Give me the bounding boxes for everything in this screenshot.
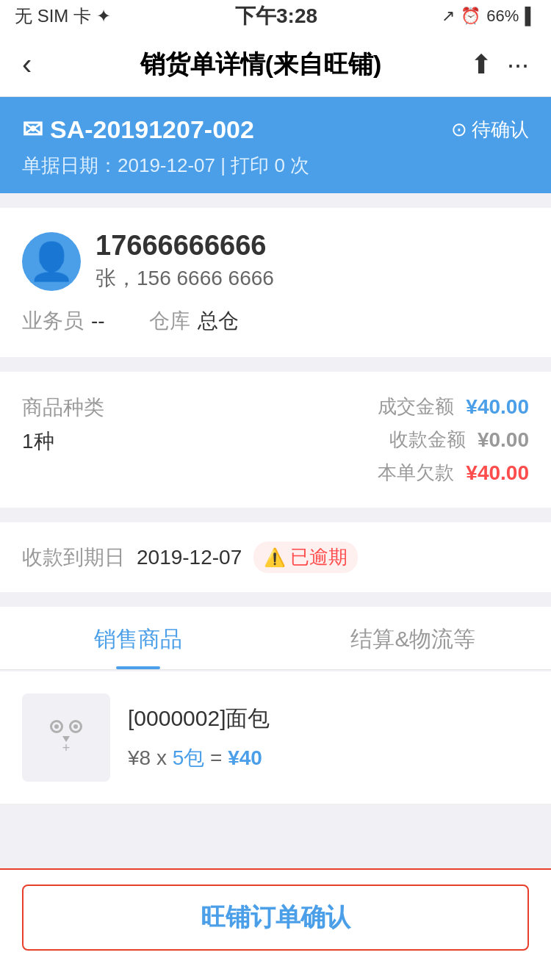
- customer-row: 👤 17666666666 张，156 6666 6666: [22, 230, 529, 292]
- summary-card: 商品种类 1种 成交金额 ¥40.00 收款金额 ¥0.00 本单欠款 ¥40.…: [0, 372, 551, 508]
- status-clock-icon: ⊙: [451, 118, 467, 141]
- due-date-card: 收款到期日 2019-12-07 ⚠️ 已逾期: [0, 522, 551, 592]
- tab-settlement-label: 结算&物流等: [350, 627, 475, 651]
- alarm-icon: ⏰: [461, 7, 480, 26]
- signal-text: 无 SIM 卡 ✦: [15, 4, 111, 28]
- avatar: 👤: [22, 232, 81, 291]
- deal-label: 成交金额: [378, 394, 454, 419]
- summary-right: 成交金额 ¥40.00 收款金额 ¥0.00 本单欠款 ¥40.00: [378, 394, 529, 486]
- product-price: ¥8 x 5包 = ¥40: [128, 744, 529, 772]
- tabs-container: 销售商品 结算&物流等: [0, 607, 551, 670]
- status-bar: 无 SIM 卡 ✦ 下午3:28 ↗ ⏰ 66% ▌: [0, 0, 551, 32]
- share-icon[interactable]: ⬆: [470, 49, 492, 80]
- status-left: 无 SIM 卡 ✦: [15, 4, 111, 28]
- customer-info: 17666666666 张，156 6666 6666: [96, 230, 274, 292]
- overdue-text: 已逾期: [290, 544, 347, 570]
- salesperson-item: 业务员 --: [22, 307, 105, 335]
- receipt-label: 收款金额: [389, 427, 466, 453]
- order-status: ⊙ 待确认: [451, 117, 529, 143]
- order-date: 单据日期：2019-12-07 | 打印 0 次: [22, 153, 529, 179]
- quantity-text: 5包: [173, 746, 205, 769]
- table-row: + [0000002]面包 ¥8 x 5包 = ¥40: [0, 671, 551, 804]
- location-icon: ↗: [442, 7, 455, 26]
- more-icon[interactable]: ···: [507, 49, 529, 80]
- product-name: [0000002]面包: [128, 704, 529, 734]
- order-header-top: ✉ SA-20191207-002 ⊙ 待确认: [22, 115, 529, 144]
- receipt-amount: ¥0.00: [478, 428, 529, 452]
- order-id-text: SA-20191207-002: [50, 115, 254, 144]
- order-id-icon: ✉: [22, 115, 43, 144]
- due-label: 本单欠款: [378, 460, 454, 486]
- due-row: 本单欠款 ¥40.00: [378, 460, 529, 486]
- salesperson-label: 业务员: [22, 307, 84, 335]
- tab-sales-products[interactable]: 销售商品: [0, 607, 276, 669]
- warehouse-label: 仓库: [149, 307, 190, 335]
- customer-meta: 业务员 -- 仓库 总仓: [22, 307, 529, 335]
- overdue-badge: ⚠️ 已逾期: [253, 541, 358, 573]
- due-date-label: 收款到期日: [22, 544, 125, 572]
- status-time: 下午3:28: [235, 2, 317, 30]
- equals-text: =: [204, 746, 228, 769]
- order-header: ✉ SA-20191207-002 ⊙ 待确认 单据日期：2019-12-07 …: [0, 97, 551, 193]
- order-status-text: 待确认: [472, 117, 529, 143]
- product-thumbnail: +: [22, 693, 110, 782]
- category-label: 商品种类: [22, 394, 104, 422]
- bottom-bar: 旺铺订单确认: [0, 868, 551, 980]
- status-right: ↗ ⏰ 66% ▌: [442, 7, 536, 26]
- warehouse-value: 总仓: [198, 307, 239, 335]
- nav-actions: ⬆ ···: [455, 49, 529, 80]
- total-amount: ¥40: [228, 746, 262, 769]
- deal-row: 成交金额 ¥40.00: [378, 394, 529, 419]
- product-list: + [0000002]面包 ¥8 x 5包 = ¥40: [0, 671, 551, 804]
- product-info: [0000002]面包 ¥8 x 5包 = ¥40: [128, 704, 529, 772]
- tab-settlement[interactable]: 结算&物流等: [276, 607, 551, 669]
- confirm-order-label: 旺铺订单确认: [201, 901, 350, 934]
- customer-card: 👤 17666666666 张，156 6666 6666 业务员 -- 仓库 …: [0, 208, 551, 357]
- battery-text: 66%: [486, 7, 519, 26]
- battery-icon: ▌: [525, 7, 536, 26]
- category-value: 1种: [22, 428, 104, 455]
- back-button[interactable]: ‹: [22, 48, 66, 81]
- price-text: ¥8 x: [128, 746, 173, 769]
- confirm-order-button[interactable]: 旺铺订单确认: [22, 884, 529, 951]
- customer-phone: 17666666666: [96, 230, 274, 262]
- summary-left: 商品种类 1种: [22, 394, 104, 455]
- receipt-row: 收款金额 ¥0.00: [389, 427, 529, 453]
- page-title: 销货单详情(来自旺铺): [66, 48, 455, 82]
- warning-icon: ⚠️: [264, 547, 286, 568]
- owl-logo-icon: +: [50, 720, 82, 756]
- due-date-value: 2019-12-07: [137, 546, 242, 569]
- nav-bar: ‹ 销货单详情(来自旺铺) ⬆ ···: [0, 32, 551, 97]
- order-id: ✉ SA-20191207-002: [22, 115, 254, 144]
- warehouse-item: 仓库 总仓: [149, 307, 239, 335]
- tab-sales-products-label: 销售商品: [94, 627, 182, 651]
- customer-contact: 张，156 6666 6666: [96, 264, 274, 292]
- person-icon: 👤: [29, 240, 74, 283]
- due-amount: ¥40.00: [466, 461, 529, 485]
- deal-amount: ¥40.00: [466, 395, 529, 419]
- main-content: ✉ SA-20191207-002 ⊙ 待确认 单据日期：2019-12-07 …: [0, 97, 551, 922]
- salesperson-value: --: [91, 309, 105, 333]
